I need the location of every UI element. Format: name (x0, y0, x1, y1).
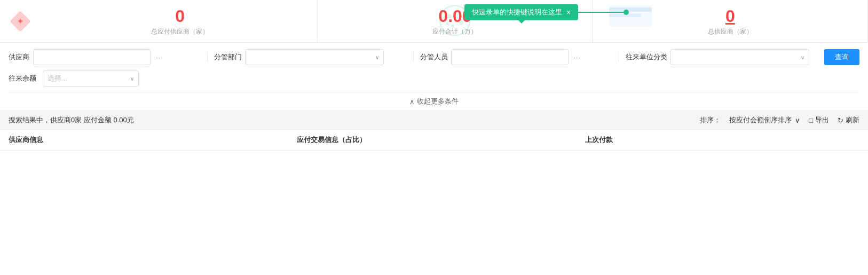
balance-chevron: ∨ (130, 76, 134, 82)
unit-category-select[interactable]: ∨ (670, 49, 809, 65)
collapse-button[interactable]: ∧ 收起更多条件 (9, 92, 859, 111)
sort-chevron: ∨ (795, 116, 800, 124)
collapse-icon: ∧ (409, 98, 415, 106)
tooltip-line (575, 10, 629, 15)
balance-placeholder: 选择... (48, 74, 67, 83)
col-transaction: 应付交易信息（占比） (297, 135, 585, 145)
balance-label: 往来余额 (9, 74, 36, 83)
logo-area: ✦ (9, 10, 32, 33)
divider-1 (207, 52, 208, 62)
search-button[interactable]: 查询 (824, 49, 859, 65)
manager-dots[interactable]: ··· (572, 53, 583, 61)
department-chevron: ∨ (375, 54, 379, 60)
divider-3 (619, 52, 619, 62)
sort-select[interactable]: 按应付会额倒序排序 ∨ (729, 115, 800, 125)
svg-text:✦: ✦ (17, 17, 23, 26)
balance-select[interactable]: 选择... ∨ (43, 70, 139, 87)
filter-group-unit-category: 往来单位分类 ∨ (626, 49, 818, 65)
results-bar: 搜索结果中，供应商0家 应付金额 0.00元 排序： 按应付会额倒序排序 ∨ □… (0, 111, 868, 130)
unit-category-chevron: ∨ (801, 54, 804, 60)
total-suppliers-label: 总供应商（家） (708, 27, 753, 36)
tooltip-text: 快速录单的快捷键说明在这里 (472, 7, 562, 17)
sort-value: 按应付会额倒序排序 (729, 115, 792, 125)
filter-group-supplier: 供应商 ··· (9, 49, 201, 65)
results-summary: 搜索结果中，供应商0家 应付金额 0.00元 (9, 115, 134, 125)
supplier-label: 供应商 (9, 52, 30, 62)
table-header: 供应商信息 应付交易信息（占比） 上次付款 (0, 130, 868, 151)
manager-input[interactable] (451, 49, 569, 65)
collapse-label: 收起更多条件 (417, 97, 459, 106)
supplier-input[interactable] (33, 49, 151, 65)
department-label: 分管部门 (214, 52, 242, 62)
sort-label: 排序： (700, 115, 721, 125)
refresh-button[interactable]: ↻ 刷新 (838, 115, 859, 125)
filter-section: 供应商 ··· 分管部门 ∨ 分管人员 ··· 往来单位分类 ∨ (0, 43, 868, 111)
stat-payable-suppliers: 0 总应付供应商（家） (0, 0, 318, 42)
export-icon: □ (809, 116, 813, 124)
tooltip-popup: 快速录单的快捷键说明在这里 × (464, 4, 578, 20)
col-last-payment: 上次付款 (585, 135, 859, 145)
filter-group-department: 分管部门 ∨ (214, 49, 406, 65)
stats-bar: 0 总应付供应商（家） 0.00 应付合计（万） 0 总供应商（家） (0, 0, 868, 43)
refresh-label: 刷新 (846, 115, 859, 125)
total-suppliers-value: 0 (725, 6, 735, 26)
diamond-icon: ✦ (9, 10, 32, 33)
filter-group-manager: 分管人员 ··· (420, 49, 612, 65)
table-body (0, 151, 868, 275)
manager-label: 分管人员 (420, 52, 448, 62)
stat-total-suppliers: 0 总供应商（家） (593, 0, 868, 42)
filter-row-1: 供应商 ··· 分管部门 ∨ 分管人员 ··· 往来单位分类 ∨ (9, 49, 859, 65)
filter-row-2: 往来余额 选择... ∨ (9, 70, 859, 87)
supplier-dots[interactable]: ··· (154, 53, 165, 61)
divider-2 (413, 52, 414, 62)
results-actions: 排序： 按应付会额倒序排序 ∨ □ 导出 ↻ 刷新 (700, 115, 859, 125)
department-select[interactable]: ∨ (245, 49, 384, 65)
unit-category-label: 往来单位分类 (626, 52, 667, 62)
col-supplier-info: 供应商信息 (9, 135, 297, 145)
payable-suppliers-label: 总应付供应商（家） (151, 27, 209, 36)
export-button[interactable]: □ 导出 (809, 115, 829, 125)
payable-suppliers-value: 0 (175, 6, 185, 26)
export-label: 导出 (815, 115, 829, 125)
tooltip-close[interactable]: × (566, 8, 571, 17)
payable-total-label: 应付合计（万） (432, 27, 477, 36)
refresh-icon: ↻ (838, 116, 843, 124)
